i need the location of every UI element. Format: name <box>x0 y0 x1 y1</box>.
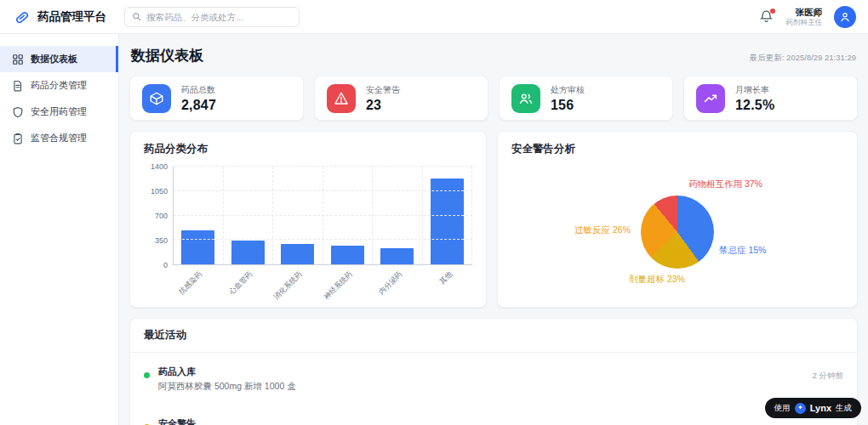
pie-chart-title: 安全警告分析 <box>511 142 843 156</box>
x-label-cell: 内分泌药 <box>373 265 423 298</box>
bar-内分泌药[interactable] <box>380 248 414 264</box>
stat-card-monthly-growth: 月增长率 12.5% <box>683 76 858 121</box>
user-avatar[interactable] <box>834 6 856 28</box>
stat-value: 156 <box>551 98 585 113</box>
x-tick-label: 心血管药 <box>227 269 255 298</box>
sidebar-item-drug-categories[interactable]: 药品分类管理 <box>0 72 118 99</box>
x-label-cell: 神经系统药 <box>323 265 373 298</box>
gridline <box>174 166 472 167</box>
y-tick-label: 0 <box>163 261 168 269</box>
app-title: 药品管理平台 <box>37 9 106 25</box>
x-label-cell: 心血管药 <box>223 265 273 298</box>
global-search[interactable] <box>124 7 300 27</box>
bar-column <box>174 167 224 264</box>
bar-column <box>224 167 274 264</box>
bar-其他[interactable] <box>431 178 464 264</box>
x-label-cell: 消化系统药 <box>272 265 323 298</box>
page-title: 数据仪表板 <box>131 46 203 65</box>
x-tick-label: 抗感染药 <box>177 269 205 298</box>
bar-column <box>273 167 323 264</box>
bar-column <box>423 167 473 264</box>
bar-心血管药[interactable] <box>231 241 265 264</box>
gridline <box>174 190 472 191</box>
gridline <box>174 215 472 216</box>
main-content: 数据仪表板 最后更新: 2025/8/29 21:31:29 药品总数 2,84… <box>119 34 868 425</box>
pie-label-allergy: 过敏反应 26% <box>574 224 631 236</box>
brand: 药品管理平台 <box>0 8 119 26</box>
search-icon <box>132 12 141 21</box>
trending-up-icon <box>696 84 725 113</box>
pie-label-overdose: 剂量超标 23% <box>629 274 685 286</box>
stat-card-total-drugs: 药品总数 2,847 <box>129 76 304 121</box>
shield-icon <box>12 106 24 118</box>
activity-title: 安全警告 <box>158 417 283 425</box>
bar-抗感染药[interactable] <box>181 230 214 264</box>
user-role: 药剂科主任 <box>786 18 823 27</box>
package-icon <box>142 84 171 113</box>
search-input[interactable] <box>146 12 292 22</box>
x-label-cell: 其他 <box>422 265 472 298</box>
x-tick-label: 消化系统药 <box>272 269 306 303</box>
activity-time: 2 分钟前 <box>813 366 843 382</box>
stat-value: 12.5% <box>735 98 774 113</box>
lynx-generated-badge[interactable]: 使用 ✦ Lynx 生成 <box>765 398 861 418</box>
stats-row: 药品总数 2,847 安全警告 23 处方审核 <box>129 76 858 121</box>
person-icon <box>839 11 851 23</box>
lynx-logo-icon: ✦ <box>795 403 806 414</box>
x-label-cell: 抗感染药 <box>173 265 223 298</box>
bar-chart-card: 药品分类分布 035070010501400 抗感染药心血管药消化系统药神经系统… <box>129 131 487 308</box>
gridline <box>174 239 472 240</box>
y-tick-label: 1050 <box>151 187 168 196</box>
stat-label: 月增长率 <box>735 84 774 96</box>
activity-title: 药品入库 <box>158 366 296 378</box>
y-tick-label: 700 <box>155 212 168 220</box>
activity-desc: 阿莫西林胶囊 500mg 新增 1000 盒 <box>158 381 296 393</box>
pie-chart-card: 安全警告分析 禁忌症 15% 剂量超标 23% 过敏反应 26% 药物相互作用 … <box>497 131 858 308</box>
recent-activity-card: 最近活动 药品入库 阿莫西林胶囊 500mg 新增 1000 盒 2 分钟前 安… <box>129 318 858 425</box>
activity-row-stock-in[interactable]: 药品入库 阿莫西林胶囊 500mg 新增 1000 盒 2 分钟前 <box>130 353 857 405</box>
notifications-button[interactable] <box>759 9 774 25</box>
stat-card-prescription-review: 处方审核 156 <box>499 76 673 121</box>
sidebar-item-label: 数据仪表板 <box>31 53 77 65</box>
y-tick-label: 1400 <box>151 162 168 171</box>
document-icon <box>12 80 24 92</box>
sidebar-item-dashboard[interactable]: 数据仪表板 <box>0 46 118 72</box>
badge-suffix: 生成 <box>836 403 852 414</box>
bar-chart-x-axis: 抗感染药心血管药消化系统药神经系统药内分泌药其他 <box>173 265 472 298</box>
bar-chart-y-axis: 035070010501400 <box>144 167 173 265</box>
sidebar: 数据仪表板 药品分类管理 安全用药管理 监管合规管理 <box>0 34 119 425</box>
stat-label: 处方审核 <box>551 84 585 96</box>
bar-神经系统药[interactable] <box>331 246 364 264</box>
bar-chart-title: 药品分类分布 <box>144 142 472 156</box>
clipboard-check-icon <box>12 133 24 144</box>
bar-column <box>323 167 374 264</box>
sidebar-item-label: 药品分类管理 <box>31 79 87 92</box>
pie-label-contraindication: 禁忌症 15% <box>719 245 766 257</box>
activity-row-safety-alert[interactable]: 安全警告 华法林与阿司匹林相互作用检测 <box>130 405 857 425</box>
badge-brand: Lynx <box>810 403 831 413</box>
pie-circle <box>641 196 714 269</box>
alert-triangle-icon <box>327 84 356 113</box>
stat-value: 2,847 <box>181 98 216 113</box>
stat-card-safety-alerts: 安全警告 23 <box>314 76 488 121</box>
x-tick-label: 其他 <box>437 269 455 287</box>
recent-activity-title: 最近活动 <box>130 319 857 353</box>
sidebar-item-compliance[interactable]: 监管合规管理 <box>0 125 118 151</box>
pie-label-interaction: 药物相互作用 37% <box>688 178 762 190</box>
bar-消化系统药[interactable] <box>281 244 314 264</box>
notification-badge-dot <box>770 8 775 14</box>
y-tick-label: 350 <box>155 236 168 245</box>
stat-label: 安全警告 <box>366 84 400 96</box>
bar-plot <box>173 167 472 265</box>
sidebar-item-medication-safety[interactable]: 安全用药管理 <box>0 99 118 125</box>
users-icon <box>511 84 540 113</box>
pill-logo-icon <box>14 8 31 26</box>
x-tick-label: 神经系统药 <box>322 269 355 303</box>
last-updated: 最后更新: 2025/8/29 21:31:29 <box>750 53 856 64</box>
top-header: 药品管理平台 张医师 药剂科主任 <box>0 0 868 34</box>
x-tick-label: 内分泌药 <box>377 269 405 298</box>
stat-value: 23 <box>366 98 400 113</box>
badge-prefix: 使用 <box>774 403 791 414</box>
dashboard-grid-icon <box>12 54 24 65</box>
pie-chart: 禁忌症 15% 剂量超标 23% 过敏反应 26% 药物相互作用 37% <box>641 196 714 269</box>
